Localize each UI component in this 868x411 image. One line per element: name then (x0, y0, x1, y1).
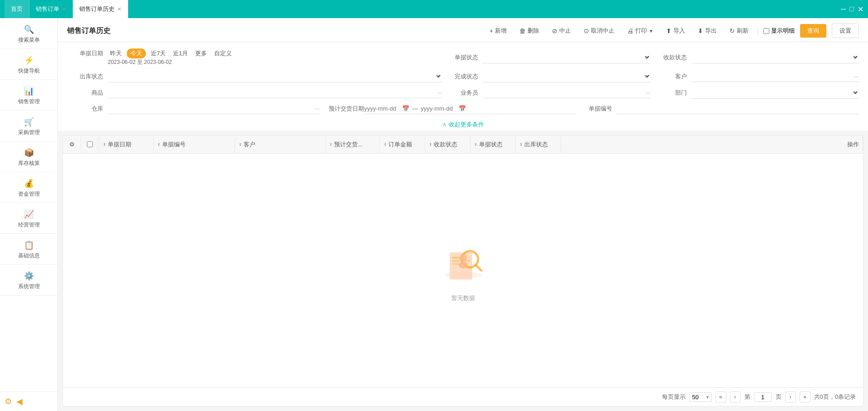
query-button[interactable]: 查询 (800, 24, 826, 38)
out-status-control[interactable]: ▼ (108, 71, 442, 82)
salesman-control[interactable]: ··· (483, 87, 650, 98)
out-status-select[interactable] (108, 73, 442, 80)
complete-status-control[interactable]: ▼ (483, 71, 650, 82)
order-status-arrow-icon: ▼ (644, 55, 648, 60)
minimize-button[interactable]: ─ (841, 5, 846, 13)
calendar-start-icon[interactable]: 📅 (402, 105, 409, 112)
delivery-date-start-input[interactable] (364, 105, 400, 112)
date-7days-btn[interactable]: 近7天 (149, 48, 168, 58)
new-label: 新增 (495, 27, 507, 35)
th-checkbox[interactable] (81, 135, 99, 153)
page-size-select[interactable]: 50 10 20 100 (689, 392, 712, 402)
delivery-date-end-input[interactable] (421, 105, 457, 112)
th-customer-label: 客户 (244, 140, 255, 149)
order-num-control[interactable] (617, 103, 859, 114)
sidebar-item-purchase-mgmt[interactable]: 🛒 采购管理 (0, 111, 58, 141)
tab-sales-order[interactable]: 销售订单 ✕ (29, 0, 73, 18)
date-yesterday-btn[interactable]: 昨天 (108, 48, 124, 58)
customer-input[interactable] (691, 73, 854, 80)
goods-control[interactable]: ··· (108, 87, 442, 98)
sidebar-item-operation-mgmt[interactable]: 📈 经营管理 (0, 203, 58, 234)
warehouse-control[interactable]: ··· (108, 103, 320, 114)
date-1month-btn[interactable]: 近1月 (171, 48, 190, 58)
salesman-dots-icon[interactable]: ··· (646, 89, 651, 96)
salesman-input[interactable] (483, 89, 645, 96)
tab-home[interactable]: 首页 (5, 0, 29, 18)
pay-status-select[interactable] (691, 53, 859, 61)
sidebar-collapse-icon[interactable]: ◀ (16, 396, 23, 406)
filter-row-4: 仓库 ··· 预计交货日期 📅 — 📅 (67, 103, 859, 114)
customer-dots-icon[interactable]: ··· (854, 73, 859, 80)
tab-sales-order-close[interactable]: ✕ (62, 6, 66, 12)
sort-customer-icon: ⬆ (239, 142, 242, 147)
top-section: 销售订单历史 + 新增 🗑 删除 ⊘ 中止 ⊙ (58, 18, 868, 131)
order-num-input[interactable] (617, 105, 859, 112)
cancel-stop-button[interactable]: ⊙ 取消中止 (580, 25, 618, 37)
show-detail-checkbox[interactable] (763, 28, 769, 34)
complete-status-select[interactable] (483, 73, 650, 80)
date-more-btn[interactable]: 更多 (193, 48, 209, 58)
th-setting[interactable]: ⚙ (63, 135, 81, 153)
th-action-label: 操作 (847, 140, 859, 149)
th-delivery[interactable]: ⬆ 预计交货... (326, 135, 380, 153)
tab-sales-order-history[interactable]: 销售订单历史 ✕ (73, 0, 128, 18)
th-number[interactable]: ⬆ 单据编号 (153, 135, 235, 153)
first-page-button[interactable]: « (715, 392, 726, 402)
sys-mgmt-icon: ⚙️ (24, 271, 34, 281)
pay-status-control[interactable]: ▼ (691, 52, 859, 63)
close-button[interactable]: ✕ (858, 5, 863, 14)
filter-row-2: 出库状态 ▼ 完成状态 ▼ 客户 (67, 71, 859, 82)
sidebar-item-sales-mgmt[interactable]: 📊 销售管理 (0, 80, 58, 111)
show-detail-label: 显示明细 (771, 27, 795, 35)
stop-button[interactable]: ⊘ 中止 (548, 25, 575, 37)
show-detail-checkbox-wrapper[interactable]: 显示明细 (763, 27, 795, 35)
collapse-more-btn[interactable]: ∧ 收起更多条件 (67, 119, 859, 131)
sidebar-item-sys-mgmt[interactable]: ⚙️ 系统管理 (0, 265, 58, 295)
dept-control[interactable]: ▼ (691, 87, 859, 99)
print-button[interactable]: 🖨 打印 ▼ (623, 25, 657, 37)
date-custom-btn[interactable]: 自定义 (212, 48, 234, 58)
sidebar-item-inventory-check[interactable]: 📦 库存核算 (0, 141, 58, 172)
th-customer[interactable]: ⬆ 客户 (235, 135, 326, 153)
tab-sales-order-history-close[interactable]: ✕ (117, 6, 121, 12)
sidebar-item-quick-nav[interactable]: ⚡ 快捷导航 (0, 49, 58, 80)
warehouse-input[interactable] (108, 105, 315, 112)
th-out-status[interactable]: ⬆ 出库状态 (516, 135, 561, 153)
last-page-button[interactable]: » (800, 392, 810, 402)
customer-control[interactable]: ··· (691, 71, 859, 82)
order-status-select[interactable] (483, 53, 650, 61)
sidebar-settings-icon[interactable]: ⚙ (5, 396, 12, 406)
th-pay-status-label: 收款状态 (434, 140, 457, 149)
select-all-checkbox[interactable] (87, 141, 93, 147)
new-button[interactable]: + 新增 (486, 25, 510, 37)
th-date[interactable]: ⬆ 单据日期 (99, 135, 153, 153)
page-suffix-label: 页 (776, 393, 782, 401)
next-page-button[interactable]: › (785, 392, 796, 402)
refresh-button[interactable]: ↻ 刷新 (726, 25, 752, 37)
import-button[interactable]: ⬆ 导入 (662, 25, 689, 37)
goods-input[interactable] (108, 89, 437, 96)
goods-dots-icon[interactable]: ··· (437, 89, 442, 96)
sidebar-item-basic-info[interactable]: 📋 基础信息 (0, 234, 58, 265)
sidebar-item-fund-mgmt[interactable]: 💰 资金管理 (0, 172, 58, 203)
th-amount[interactable]: ⬆ 订单金额 (380, 135, 425, 153)
sidebar-item-search-menu[interactable]: 🔍 搜索菜单 (0, 18, 58, 49)
date-today-btn[interactable]: 今天 (127, 48, 146, 58)
current-page-input[interactable] (754, 392, 772, 402)
order-status-control[interactable]: ▼ (483, 52, 650, 63)
settings-button[interactable]: 设置 (832, 24, 859, 38)
quick-nav-icon: ⚡ (24, 55, 34, 65)
svg-point-7 (460, 254, 467, 261)
th-order-status[interactable]: ⬆ 单据状态 (470, 135, 516, 153)
export-icon: ⬇ (698, 27, 703, 34)
date-range-display: 2023-06-02 至 2023-06-02 (108, 58, 172, 66)
order-status-label: 单据状态 (442, 53, 483, 62)
calendar-end-icon[interactable]: 📅 (459, 105, 466, 112)
warehouse-dots-icon[interactable]: ··· (315, 105, 320, 112)
prev-page-button[interactable]: ‹ (730, 392, 741, 402)
delete-button[interactable]: 🗑 删除 (516, 25, 543, 37)
dept-select[interactable] (691, 89, 859, 97)
export-button[interactable]: ⬇ 导出 (694, 25, 720, 37)
maximize-button[interactable]: □ (849, 5, 854, 13)
th-pay-status[interactable]: ⬆ 收款状态 (425, 135, 470, 153)
